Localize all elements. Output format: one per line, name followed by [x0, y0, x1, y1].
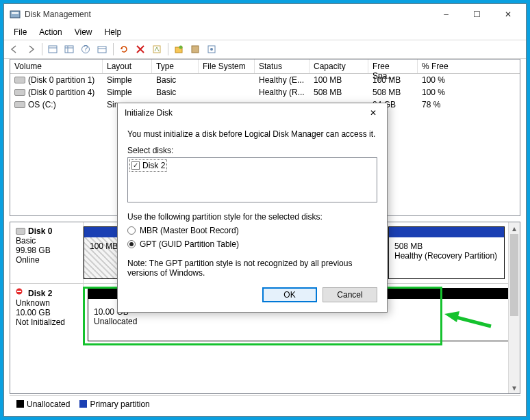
menu-action[interactable]: Action	[34, 26, 67, 38]
partition-desc: Healthy (Recovery Partition)	[394, 251, 499, 261]
col-capacity[interactable]: Capacity	[310, 60, 368, 73]
disk-type: Basic	[16, 236, 77, 246]
svg-marker-20	[444, 311, 459, 322]
dialog-note: Note: The GPT partition style is not rec…	[127, 259, 377, 278]
maximize-button[interactable]: ☐	[462, 5, 492, 24]
disk-name: Disk 2	[28, 289, 52, 298]
partition-style-label: Use the following partition style for th…	[127, 212, 377, 222]
new-folder-icon[interactable]	[171, 42, 186, 57]
menu-bar: File Action View Help	[4, 25, 526, 40]
radio-gpt[interactable]	[127, 240, 136, 248]
dialog-message: You must initialize a disk before Logica…	[127, 129, 377, 139]
col-layout[interactable]: Layout	[103, 60, 152, 73]
close-button[interactable]: ✕	[492, 5, 523, 24]
col-freespace[interactable]: Free Spa...	[368, 60, 418, 73]
scroll-down-icon[interactable]: ▾	[509, 382, 520, 393]
scroll-thumb[interactable]	[510, 234, 518, 316]
refresh-icon[interactable]	[116, 42, 131, 57]
svg-rect-18	[17, 291, 21, 292]
dialog-titlebar[interactable]: Initialize Disk ✕	[118, 103, 387, 122]
volume-icon	[14, 89, 25, 96]
volume-icon	[14, 77, 25, 83]
app-icon	[10, 9, 21, 20]
partition-size: 508 MB	[394, 241, 499, 251]
volume-icon	[14, 101, 25, 108]
column-headers: Volume Layout Type File System Status Ca…	[10, 60, 520, 74]
disk-icon	[16, 228, 25, 235]
menu-view[interactable]: View	[69, 26, 98, 38]
view-list-icon[interactable]	[45, 42, 60, 57]
disk-error-icon	[16, 288, 25, 295]
table-row[interactable]: (Disk 0 partition 1) Simple Basic Health…	[10, 74, 520, 86]
disk-item-label: Disk 2	[142, 161, 165, 170]
disk-state: Not Initialized	[16, 317, 77, 327]
disk-checkbox-row[interactable]: Disk 2	[129, 159, 167, 172]
svg-rect-1	[12, 12, 18, 14]
svg-point-16	[210, 48, 213, 51]
vertical-scrollbar[interactable]: ▴ ▾	[508, 222, 520, 393]
scroll-up-icon[interactable]: ▴	[509, 222, 520, 234]
toolbar: ?	[4, 40, 526, 59]
svg-rect-2	[49, 46, 57, 53]
disk-select-list[interactable]: Disk 2	[127, 157, 377, 202]
radio-mbr[interactable]	[127, 226, 136, 235]
legend: Unallocated Primary partition	[10, 395, 520, 412]
radio-gpt-row[interactable]: GPT (GUID Partition Table)	[127, 239, 377, 249]
col-status[interactable]: Status	[255, 60, 310, 73]
calendar-icon[interactable]	[94, 42, 110, 57]
minimize-button[interactable]: –	[431, 5, 462, 24]
disk-type: Unknown	[16, 298, 77, 308]
svg-rect-0	[10, 11, 20, 18]
col-volume[interactable]: Volume	[10, 60, 103, 73]
legend-swatch-primary	[79, 400, 87, 408]
properties-icon[interactable]	[149, 42, 164, 57]
window-title: Disk Management	[25, 10, 431, 19]
menu-file[interactable]: File	[8, 26, 32, 38]
annotation-arrow-icon	[444, 311, 492, 332]
back-button[interactable]	[7, 42, 22, 57]
checkbox-disk2[interactable]	[131, 161, 140, 170]
initialize-disk-dialog: Initialize Disk ✕ You must initialize a …	[117, 103, 388, 313]
ok-button[interactable]: OK	[262, 287, 317, 302]
view-detail-icon[interactable]	[62, 42, 77, 57]
titlebar[interactable]: Disk Management – ☐ ✕	[4, 4, 526, 25]
disk-size: 10.00 GB	[16, 308, 77, 317]
main-window: Disk Management – ☐ ✕ File Action View H…	[3, 3, 527, 417]
col-pctfree[interactable]: % Free	[418, 60, 520, 73]
cancel-button[interactable]: Cancel	[323, 287, 377, 302]
dialog-title: Initialize Disk	[125, 108, 364, 118]
help-icon[interactable]: ?	[78, 42, 93, 57]
legend-swatch-unallocated	[16, 400, 24, 408]
menu-help[interactable]: Help	[99, 26, 127, 38]
table-row[interactable]: (Disk 0 partition 4) Simple Basic Health…	[10, 86, 520, 99]
disk-state: Online	[16, 255, 77, 265]
svg-line-19	[454, 317, 491, 326]
forward-button[interactable]	[23, 42, 38, 57]
col-type[interactable]: Type	[152, 60, 199, 73]
action-icon[interactable]	[188, 42, 203, 57]
partition[interactable]: 100 MB	[84, 226, 121, 279]
delete-icon[interactable]	[133, 42, 148, 57]
settings-icon[interactable]	[204, 42, 219, 57]
select-disks-label: Select disks:	[127, 146, 377, 155]
svg-point-13	[179, 46, 183, 49]
svg-text:?: ?	[84, 44, 88, 53]
partition[interactable]: 508 MB Healthy (Recovery Partition)	[388, 226, 505, 279]
disk-name: Disk 0	[28, 226, 52, 236]
svg-rect-14	[192, 46, 199, 53]
radio-mbr-row[interactable]: MBR (Master Boot Record)	[127, 226, 377, 235]
svg-rect-9	[98, 47, 106, 53]
disk-size: 99.98 GB	[16, 246, 77, 255]
dialog-close-icon[interactable]: ✕	[364, 108, 383, 118]
col-filesystem[interactable]: File System	[199, 60, 255, 73]
svg-rect-4	[65, 46, 73, 53]
partition-size: 100 MB	[90, 241, 115, 251]
